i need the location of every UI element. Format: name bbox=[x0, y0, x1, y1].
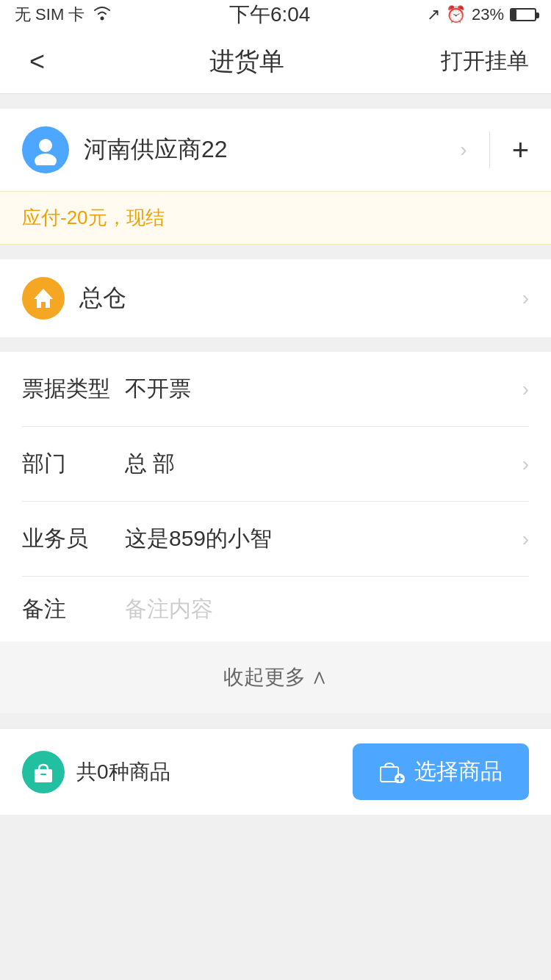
remarks-input[interactable] bbox=[110, 597, 529, 621]
select-product-icon bbox=[379, 761, 406, 783]
supplier-divider bbox=[489, 131, 490, 168]
svg-marker-3 bbox=[34, 289, 53, 308]
status-time: 下午6:04 bbox=[229, 1, 311, 29]
salesperson-row[interactable]: 业务员 这是859的小智 › bbox=[0, 502, 551, 576]
product-info: 共0种商品 bbox=[22, 751, 170, 793]
invoice-type-value: 不开票 bbox=[110, 374, 522, 404]
invoice-type-row[interactable]: 票据类型 不开票 › bbox=[0, 352, 551, 426]
back-button[interactable]: < bbox=[22, 39, 52, 84]
supplier-avatar bbox=[22, 126, 69, 173]
page-title: 进货单 bbox=[209, 45, 284, 79]
svg-point-2 bbox=[35, 154, 57, 165]
department-chevron-icon: › bbox=[522, 453, 529, 476]
svg-rect-4 bbox=[35, 769, 52, 782]
warehouse-row[interactable]: 总仓 › bbox=[0, 259, 551, 337]
middle-divider1 bbox=[0, 245, 551, 259]
location-icon: ↗ bbox=[427, 5, 440, 24]
open-pending-button[interactable]: 打开挂单 bbox=[441, 46, 529, 76]
department-value: 总 部 bbox=[110, 449, 522, 479]
warehouse-icon bbox=[22, 277, 65, 320]
warehouse-chevron-icon: › bbox=[522, 287, 529, 310]
form-card: 票据类型 不开票 › 部门 总 部 › 业务员 这是859的小智 › 备注 bbox=[0, 352, 551, 641]
info-banner: 应付-20元，现结 bbox=[0, 191, 551, 245]
collapse-label: 收起更多 ∧ bbox=[223, 663, 328, 691]
warehouse-card: 总仓 › bbox=[0, 259, 551, 337]
product-icon bbox=[22, 751, 65, 793]
svg-point-1 bbox=[39, 139, 52, 152]
salesperson-chevron-icon: › bbox=[522, 527, 529, 551]
middle-divider2 bbox=[0, 337, 551, 352]
department-label: 部门 bbox=[22, 449, 110, 479]
warehouse-name: 总仓 bbox=[79, 282, 522, 314]
supplier-name: 河南供应商22 bbox=[84, 134, 460, 166]
alarm-icon: ⏰ bbox=[446, 5, 466, 24]
supplier-chevron-icon: › bbox=[460, 138, 467, 162]
status-left: 无 SIM 卡 bbox=[15, 4, 112, 26]
status-right: ↗ ⏰ 23% bbox=[427, 5, 536, 24]
supplier-row[interactable]: 河南供应商22 › + bbox=[0, 109, 551, 191]
supplier-card: 河南供应商22 › + 应付-20元，现结 bbox=[0, 109, 551, 245]
bottom-divider bbox=[0, 713, 551, 728]
department-row[interactable]: 部门 总 部 › bbox=[0, 427, 551, 501]
collapse-button[interactable]: 收起更多 ∧ bbox=[0, 641, 551, 713]
page-background bbox=[0, 815, 551, 980]
carrier-text: 无 SIM 卡 bbox=[15, 4, 84, 26]
battery-icon bbox=[510, 8, 536, 21]
invoice-type-label: 票据类型 bbox=[22, 374, 110, 404]
bottom-bar: 共0种商品 选择商品 bbox=[0, 728, 551, 815]
select-product-button[interactable]: 选择商品 bbox=[353, 743, 529, 800]
nav-bar: < 进货单 打开挂单 bbox=[0, 29, 551, 94]
supplier-actions: › + bbox=[460, 131, 529, 168]
select-product-label: 选择商品 bbox=[414, 757, 503, 787]
salesperson-label: 业务员 bbox=[22, 524, 110, 554]
svg-point-0 bbox=[101, 17, 104, 21]
status-bar: 无 SIM 卡 下午6:04 ↗ ⏰ 23% bbox=[0, 0, 551, 29]
salesperson-value: 这是859的小智 bbox=[110, 524, 522, 554]
remarks-label: 备注 bbox=[22, 577, 110, 641]
add-button[interactable]: + bbox=[512, 135, 529, 165]
wifi-icon bbox=[92, 4, 112, 25]
top-divider bbox=[0, 94, 551, 109]
battery-percent: 23% bbox=[472, 5, 504, 24]
remarks-row[interactable]: 备注 bbox=[0, 577, 551, 641]
invoice-chevron-icon: › bbox=[522, 378, 529, 401]
product-count: 共0种商品 bbox=[76, 758, 170, 786]
